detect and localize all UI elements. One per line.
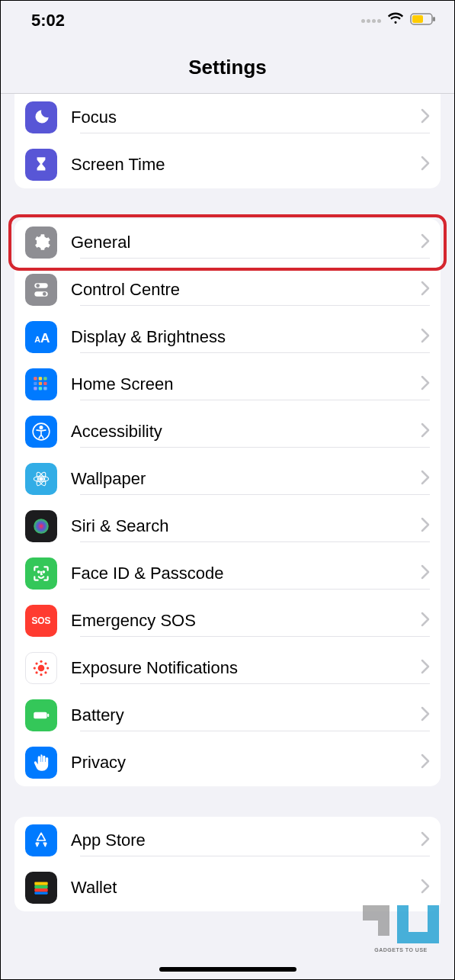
- watermark: GADGETS TO USE: [355, 894, 447, 958]
- sos-icon: SOS: [25, 605, 57, 637]
- page-title: Settings: [1, 56, 454, 79]
- battery-icon: [25, 699, 57, 731]
- wallet-icon: [25, 872, 57, 904]
- svg-rect-43: [34, 888, 47, 892]
- settings-row-home-screen[interactable]: Home Screen: [14, 361, 441, 408]
- row-label-display-brightness: Display & Brightness: [71, 327, 421, 347]
- svg-point-34: [44, 662, 46, 664]
- chevron-right-icon: [421, 517, 430, 535]
- switches-icon: [25, 274, 57, 306]
- svg-point-28: [38, 665, 45, 672]
- chevron-right-icon: [421, 108, 430, 127]
- svg-point-4: [36, 284, 40, 288]
- settings-row-face-id-passcode[interactable]: Face ID & Passcode: [14, 550, 441, 597]
- svg-point-32: [46, 667, 49, 669]
- settings-row-siri-search[interactable]: Siri & Search: [14, 503, 441, 550]
- row-label-general: General: [71, 233, 421, 252]
- row-label-home-screen: Home Screen: [71, 374, 421, 394]
- cellular-icon: [361, 19, 381, 23]
- hand-icon: [25, 747, 57, 779]
- svg-rect-16: [39, 387, 42, 390]
- svg-rect-41: [34, 882, 47, 885]
- status-bar: 5:02: [1, 1, 454, 40]
- svg-point-40: [45, 843, 46, 844]
- svg-point-20: [39, 477, 43, 480]
- svg-point-39: [35, 843, 37, 844]
- settings-row-focus[interactable]: Focus: [14, 94, 441, 141]
- svg-point-29: [40, 660, 42, 663]
- svg-point-24: [34, 519, 49, 534]
- svg-point-26: [43, 571, 44, 573]
- row-label-privacy: Privacy: [71, 753, 421, 773]
- row-label-emergency-sos: Emergency SOS: [71, 611, 421, 631]
- svg-rect-10: [39, 377, 42, 380]
- row-label-battery: Battery: [71, 705, 421, 725]
- svg-text:GADGETS TO USE: GADGETS TO USE: [374, 947, 428, 953]
- svg-text:A: A: [40, 330, 50, 345]
- chevron-right-icon: [421, 659, 430, 677]
- settings-row-general[interactable]: General: [14, 219, 441, 266]
- svg-rect-9: [34, 377, 37, 380]
- svg-rect-17: [43, 387, 46, 390]
- chevron-right-icon: [421, 831, 430, 850]
- row-label-focus: Focus: [71, 108, 421, 127]
- settings-content[interactable]: FocusScreen Time GeneralControl CentreAA…: [1, 94, 454, 911]
- chevron-right-icon: [421, 706, 430, 725]
- row-label-app-store: App Store: [71, 831, 421, 850]
- settings-row-accessibility[interactable]: Accessibility: [14, 408, 441, 455]
- settings-row-battery[interactable]: Battery: [14, 692, 441, 739]
- svg-rect-44: [34, 892, 47, 894]
- flower-icon: [25, 463, 57, 495]
- chevron-right-icon: [421, 375, 430, 394]
- page-header: Settings: [1, 40, 454, 94]
- row-label-accessibility: Accessibility: [71, 422, 421, 442]
- chevron-right-icon: [421, 423, 430, 441]
- svg-point-25: [38, 571, 40, 573]
- chevron-right-icon: [421, 564, 430, 583]
- chevron-right-icon: [421, 281, 430, 299]
- siri-icon: [25, 510, 57, 542]
- settings-row-privacy[interactable]: Privacy: [14, 739, 441, 786]
- gear-icon: [25, 227, 57, 259]
- status-icons: [361, 11, 436, 31]
- row-label-siri-search: Siri & Search: [71, 516, 421, 536]
- settings-row-app-store[interactable]: App Store: [14, 817, 441, 864]
- chevron-right-icon: [421, 753, 430, 772]
- settings-group-system: GeneralControl CentreAADisplay & Brightn…: [14, 219, 441, 786]
- svg-rect-42: [34, 885, 47, 888]
- settings-row-control-centre[interactable]: Control Centre: [14, 266, 441, 313]
- svg-point-36: [44, 671, 46, 673]
- app-store-icon: [25, 824, 57, 856]
- svg-point-31: [34, 667, 36, 669]
- chevron-right-icon: [421, 233, 430, 252]
- row-label-face-id-passcode: Face ID & Passcode: [71, 564, 421, 583]
- chevron-right-icon: [421, 470, 430, 488]
- battery-icon: [410, 12, 436, 29]
- row-label-exposure-notifications: Exposure Notifications: [71, 658, 421, 678]
- settings-row-display-brightness[interactable]: AADisplay & Brightness: [14, 313, 441, 361]
- svg-point-6: [43, 292, 46, 296]
- text-size-icon: AA: [25, 321, 57, 353]
- apps-grid-icon: [25, 368, 57, 400]
- settings-row-screen-time[interactable]: Screen Time: [14, 141, 441, 188]
- svg-text:SOS: SOS: [31, 615, 50, 626]
- screen: 5:02 Settings FocusScreen Time GeneralCo…: [1, 1, 454, 979]
- settings-row-exposure-notifications[interactable]: Exposure Notifications: [14, 644, 441, 692]
- exposure-icon: [25, 652, 57, 684]
- settings-row-emergency-sos[interactable]: SOSEmergency SOS: [14, 597, 441, 644]
- wifi-icon: [387, 11, 404, 31]
- svg-rect-15: [34, 387, 37, 390]
- svg-point-19: [40, 426, 42, 429]
- accessibility-icon: [25, 416, 57, 448]
- svg-rect-13: [39, 382, 42, 385]
- chevron-right-icon: [421, 328, 430, 346]
- moon-icon: [25, 101, 57, 133]
- svg-rect-2: [433, 17, 435, 21]
- home-indicator[interactable]: [159, 967, 296, 972]
- settings-row-wallpaper[interactable]: Wallpaper: [14, 455, 441, 503]
- row-label-screen-time: Screen Time: [71, 155, 421, 175]
- svg-rect-11: [43, 377, 46, 380]
- row-label-control-centre: Control Centre: [71, 280, 421, 300]
- svg-rect-38: [47, 714, 49, 717]
- status-time: 5:02: [31, 11, 65, 31]
